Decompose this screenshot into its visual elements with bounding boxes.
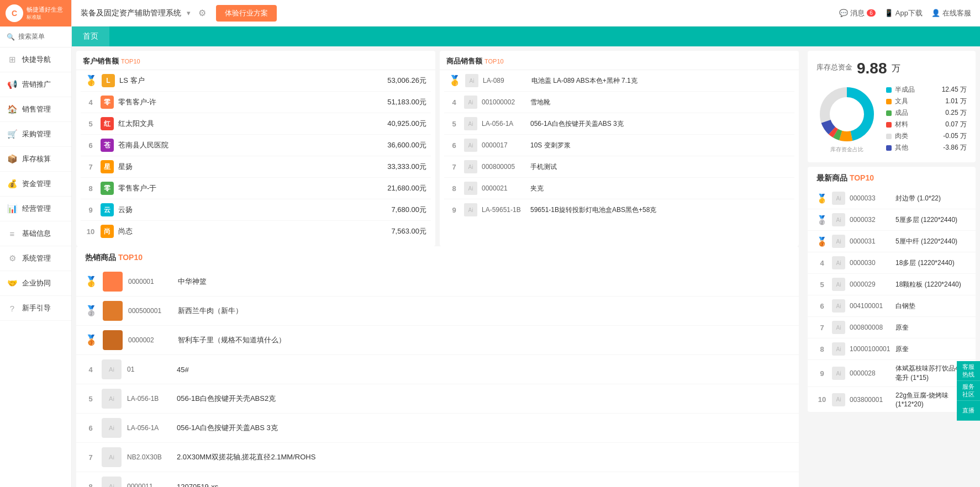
product-image: Ai [102, 418, 122, 438]
beginner-icon: ? [7, 303, 18, 314]
sidebar-item-quicknav[interactable]: ⊞ 快捷导航 [0, 47, 71, 72]
inventory-card: 库存总资金 9.88 万 [808, 51, 976, 162]
legend-item: 肉类 -0.05 万 [886, 131, 967, 141]
product-ranking-list: 🥇 Ai LA-089 电池盖 LA-089 ABS本色+黑种 7.1克 4 A… [440, 70, 799, 225]
inventory-unit: 万 [892, 63, 900, 75]
online-service-label: 在线客服 [942, 8, 971, 18]
finance-icon: 💰 [7, 178, 18, 189]
product-code: 0000028 [850, 369, 891, 377]
product-name: 22g鱼豆腐-烧烤味 (1*12*20) [895, 391, 967, 408]
rank-badge: 尚 [101, 225, 114, 238]
table-row: 10 尚 尚态 7,563.00元 [81, 221, 431, 242]
middle-column: 客户销售额TOP10 🥇 L LS 客户 53,006.26元 4 零 零售 [72, 46, 803, 487]
legend-name: 半成品 [895, 85, 939, 94]
product-code: LA-056-1A [482, 120, 526, 128]
sidebar-search[interactable]: 🔍 搜索菜单 [0, 27, 71, 47]
sidebar-item-sales[interactable]: 🏠 销售管理 [0, 97, 71, 122]
product-image [103, 330, 123, 350]
float-btn-service[interactable]: 客服热线 [957, 361, 980, 381]
legend-value: -0.05 万 [943, 131, 967, 141]
product-name: 白钢垫 [895, 301, 967, 311]
product-ranking-panel: 商品销售额TOP10 🥇 Ai LA-089 电池盖 LA-089 ABS本色+… [440, 51, 799, 246]
legend-dot [886, 110, 892, 116]
product-image: Ai [832, 393, 845, 406]
app-download-label: App下载 [895, 8, 923, 18]
sidebar-item-enterprise[interactable]: 🤝 企业协同 [0, 271, 71, 296]
right-panel: 库存总资金 9.88 万 [803, 46, 980, 487]
product-name: 封边带 (1.0*22) [895, 194, 967, 203]
ranking-panels: 客户销售额TOP10 🥇 L LS 客户 53,006.26元 4 零 零售 [72, 51, 803, 246]
trial-button[interactable]: 体验行业方案 [216, 5, 277, 22]
sidebar-item-operations[interactable]: 📊 经营管理 [0, 197, 71, 221]
product-name: 原奎 [895, 323, 967, 332]
product-code: LA-089 [483, 77, 527, 84]
product-name: 原奎 [895, 345, 967, 354]
rank-badge: L [102, 74, 115, 87]
medal-icon: 🥇 [85, 75, 97, 87]
sidebar-item-basic-info[interactable]: ≡ 基础信息 [0, 221, 71, 246]
legend-item: 材料 0.07 万 [886, 120, 967, 129]
product-image: Ai [832, 192, 845, 205]
product-name: 5厘多层 (1220*2440) [895, 215, 967, 225]
topbar-right: 💬 消息 6 📱 App下载 👤 在线客服 [839, 8, 971, 18]
donut-chart [816, 84, 877, 145]
product-code: 001000002 [482, 98, 526, 106]
product-code: 003800001 [850, 396, 891, 404]
product-image: Ai [832, 256, 845, 269]
new-products-subtitle: TOP10 [850, 173, 874, 182]
product-code: 0000001 [128, 278, 172, 285]
topbar-gear-icon[interactable]: ⚙ [198, 8, 206, 18]
product-code: 0000011 [127, 483, 171, 487]
sidebar-item-label: 基础信息 [22, 229, 51, 239]
medal-icon: 🥈 [816, 215, 828, 225]
sidebar-item-system[interactable]: ⚙ 系统管理 [0, 246, 71, 271]
new-products-panel: 最新商品 TOP10 🥇 Ai 0000033 封边带 (1.0*22) 🥈 A… [808, 167, 976, 412]
rank-num: 8 [449, 184, 460, 193]
online-service-button[interactable]: 👤 在线客服 [931, 8, 971, 18]
product-code: 0000033 [850, 194, 891, 202]
message-button[interactable]: 💬 消息 6 [839, 8, 876, 18]
product-image: Ai [464, 160, 477, 173]
content-area: 客户销售额TOP10 🥇 L LS 客户 53,006.26元 4 零 零售 [72, 46, 980, 487]
product-code: 10000100001 [850, 345, 891, 353]
rank-badge: 零 [101, 96, 114, 109]
legend-name: 其他 [895, 143, 940, 152]
quicknav-icon: ⊞ [7, 54, 18, 65]
topbar-dropdown-arrow[interactable]: ▾ [187, 9, 191, 17]
sidebar-item-inventory[interactable]: 📦 库存核算 [0, 147, 71, 172]
float-btn-community[interactable]: 服务社区 [957, 381, 980, 401]
product-image: Ai [102, 477, 122, 487]
table-row: 7 Ai 000800005 手机测试 [444, 156, 794, 178]
purchase-icon: 🛒 [7, 129, 18, 140]
product-image [103, 301, 123, 321]
sidebar-item-finance[interactable]: 💰 资金管理 [0, 172, 71, 197]
sidebar-item-purchase[interactable]: 🛒 采购管理 [0, 122, 71, 147]
product-name: 电池盖 LA-089 ABS本色+黑种 7.1克 [531, 76, 790, 86]
product-image: Ai [832, 321, 845, 334]
main-area: 装备及固定资产辅助管理系统 ▾ ⚙ 体验行业方案 💬 消息 6 📱 App下载 … [72, 0, 980, 487]
hot-products-subtitle: TOP10 [118, 253, 143, 262]
medal-icon: 🥉 [816, 236, 828, 247]
product-code: 0000002 [128, 336, 172, 344]
rank-amount: 53,006.26元 [387, 76, 426, 86]
product-image: Ai [102, 359, 122, 379]
product-code: LA-056-1A [127, 424, 171, 432]
logo-badge: 标准版 [27, 14, 63, 21]
sidebar-item-marketing[interactable]: 📢 营销推广 [0, 72, 71, 97]
customer-ranking-subtitle: TOP10 [121, 58, 140, 65]
list-item: 5 Ai LA-056-1B 056-1B白色按键开关壳ABS2克 [76, 384, 799, 414]
tab-home[interactable]: 首页 [72, 27, 109, 46]
rank-badge: 零 [101, 182, 114, 195]
product-image: Ai [464, 203, 477, 216]
rank-num: 5 [85, 395, 96, 403]
product-ranking-subtitle: TOP10 [484, 58, 504, 65]
legend-value: -3.86 万 [943, 143, 967, 152]
product-image: Ai [464, 96, 477, 109]
app-download-button[interactable]: 📱 App下载 [884, 8, 923, 18]
list-item: 🥇 0000001 中华神篮 [76, 267, 799, 297]
float-btn-live[interactable]: 直播 [957, 401, 980, 421]
message-icon: 💬 [839, 9, 848, 17]
sidebar-item-beginner[interactable]: ? 新手引导 [0, 296, 71, 321]
legend-item: 半成品 12.45 万 [886, 85, 967, 94]
legend-dot [886, 99, 892, 104]
